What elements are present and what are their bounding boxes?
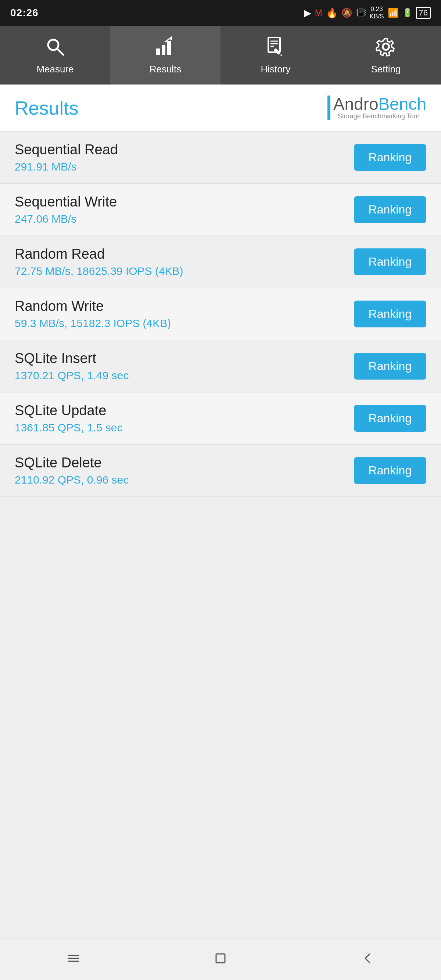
battery-level: 76 [416, 7, 431, 19]
wifi-icon: 📶 [388, 8, 399, 18]
tab-results-label: Results [150, 64, 181, 75]
nav-tabs: Measure Results [0, 26, 441, 84]
svg-marker-11 [280, 54, 282, 56]
benchmark-row: Random Write 59.3 MB/s, 15182.3 IOPS (4K… [0, 288, 441, 340]
bottom-nav [0, 940, 441, 980]
benchmark-name-sqlite-delete: SQLite Delete [15, 455, 129, 471]
benchmark-info-sqlite-insert: SQLite Insert 1370.21 QPS, 1.49 sec [15, 350, 129, 382]
tab-measure-label: Measure [37, 64, 73, 75]
youtube-icon: ▶ [304, 7, 311, 19]
brand-logo: AndroBench Storage Benchmarking Tool [328, 95, 426, 120]
benchmark-value-sqlite-insert: 1370.21 QPS, 1.49 sec [15, 369, 129, 382]
results-icon [154, 36, 177, 60]
svg-point-13 [383, 44, 389, 49]
ranking-btn-seq-write[interactable]: Ranking [354, 196, 426, 223]
tab-setting[interactable]: Setting [331, 26, 441, 84]
benchmark-row: SQLite Update 1361.85 QPS, 1.5 sec Ranki… [0, 393, 441, 445]
gmail-icon: M [315, 8, 322, 18]
benchmark-row: SQLite Delete 2110.92 QPS, 0.96 sec Rank… [0, 445, 441, 497]
benchmark-name-rand-write: Random Write [15, 298, 171, 314]
benchmark-info-sqlite-update: SQLite Update 1361.85 QPS, 1.5 sec [15, 403, 123, 434]
brand-name: AndroBench [333, 95, 426, 113]
results-header: Results AndroBench Storage Benchmarking … [0, 84, 441, 132]
net-speed: 0.23KB/S [370, 5, 384, 21]
nav-menu-button[interactable] [54, 947, 92, 974]
benchmark-name-sqlite-update: SQLite Update [15, 403, 123, 418]
benchmark-row: Sequential Write 247.06 MB/s Ranking [0, 184, 441, 236]
benchmark-row: Random Read 72.75 MB/s, 18625.39 IOPS (4… [0, 236, 441, 288]
main-content: Results AndroBench Storage Benchmarking … [0, 84, 441, 940]
battery-icon: 🔋 [403, 8, 412, 18]
brand-bench: Bench [379, 94, 426, 113]
benchmark-info-rand-write: Random Write 59.3 MB/s, 15182.3 IOPS (4K… [15, 298, 171, 329]
menu-icon [65, 950, 81, 966]
mute-icon: 🔕 [341, 8, 352, 18]
measure-icon [44, 36, 66, 60]
status-time: 02:26 [10, 7, 38, 19]
benchmark-info-rand-read: Random Read 72.75 MB/s, 18625.39 IOPS (4… [15, 246, 183, 277]
benchmark-value-seq-write: 247.06 MB/s [15, 213, 117, 225]
benchmark-row: SQLite Insert 1370.21 QPS, 1.49 sec Rank… [0, 340, 441, 393]
svg-rect-17 [216, 954, 225, 963]
benchmark-value-seq-read: 291.91 MB/s [15, 161, 118, 173]
history-icon [264, 36, 287, 60]
tab-history[interactable]: History [221, 26, 331, 84]
ranking-btn-sqlite-delete[interactable]: Ranking [354, 457, 426, 484]
benchmark-name-seq-write: Sequential Write [15, 194, 117, 210]
brand-tagline: Storage Benchmarking Tool [338, 113, 426, 120]
ranking-btn-rand-read[interactable]: Ranking [354, 248, 426, 275]
ranking-btn-sqlite-insert[interactable]: Ranking [354, 353, 426, 380]
tab-results[interactable]: Results [110, 26, 221, 84]
notification-icon: 🔥 [326, 7, 338, 19]
benchmark-row: Sequential Read 291.91 MB/s Ranking [0, 132, 441, 184]
status-bar: 02:26 ▶ M 🔥 🔕 📳 0.23KB/S 📶 🔋 76 [0, 0, 441, 26]
nav-home-button[interactable] [201, 947, 240, 974]
ranking-btn-sqlite-update[interactable]: Ranking [354, 405, 426, 432]
benchmark-name-rand-read: Random Read [15, 246, 183, 262]
benchmark-info-seq-write: Sequential Write 247.06 MB/s [15, 194, 117, 225]
brand-accent [328, 95, 330, 120]
svg-rect-3 [162, 45, 166, 55]
home-icon [212, 950, 229, 966]
benchmark-name-seq-read: Sequential Read [15, 142, 118, 158]
benchmark-list: Sequential Read 291.91 MB/s Ranking Sequ… [0, 132, 441, 940]
brand-andro: Andro [333, 94, 379, 113]
vibrate-icon: 📳 [356, 8, 366, 18]
tab-measure[interactable]: Measure [0, 26, 110, 84]
tab-history-label: History [261, 64, 291, 75]
svg-rect-4 [167, 41, 171, 55]
ranking-btn-seq-read[interactable]: Ranking [354, 144, 426, 171]
benchmark-info-sqlite-delete: SQLite Delete 2110.92 QPS, 0.96 sec [15, 455, 129, 486]
benchmark-info-seq-read: Sequential Read 291.91 MB/s [15, 142, 118, 173]
setting-icon [375, 36, 397, 60]
benchmark-value-sqlite-delete: 2110.92 QPS, 0.96 sec [15, 474, 129, 486]
benchmark-value-rand-read: 72.75 MB/s, 18625.39 IOPS (4KB) [15, 265, 183, 277]
back-icon [360, 950, 376, 966]
benchmark-value-sqlite-update: 1361.85 QPS, 1.5 sec [15, 422, 123, 434]
nav-back-button[interactable] [349, 947, 387, 974]
svg-rect-2 [156, 48, 160, 55]
status-icons: ▶ M 🔥 🔕 📳 0.23KB/S 📶 🔋 76 [304, 5, 431, 21]
ranking-btn-rand-write[interactable]: Ranking [354, 301, 426, 328]
results-title: Results [15, 97, 78, 119]
svg-line-1 [57, 49, 63, 55]
benchmark-name-sqlite-insert: SQLite Insert [15, 350, 129, 366]
tab-setting-label: Setting [371, 64, 401, 75]
benchmark-value-rand-write: 59.3 MB/s, 15182.3 IOPS (4KB) [15, 317, 171, 329]
